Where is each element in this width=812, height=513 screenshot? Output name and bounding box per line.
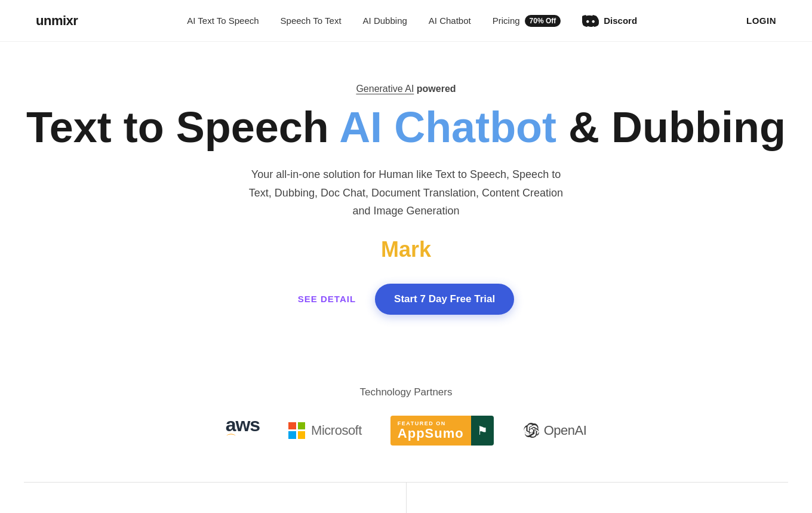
partners-section: Technology Partners aws ⌒ Microsoft FEAT… [0, 386, 812, 482]
hero-actions: SEE DETAIL Start 7 Day Free Trial [298, 284, 514, 315]
title-part2: & Dubbing [556, 103, 786, 151]
see-detail-button[interactable]: SEE DETAIL [298, 294, 356, 304]
login-button[interactable]: LOGIN [746, 16, 776, 26]
trial-button[interactable]: Start 7 Day Free Trial [375, 284, 514, 315]
nav-dubbing[interactable]: AI Dubbing [363, 16, 407, 26]
generative-text: Generative AI [356, 84, 414, 94]
hero-section: Generative AI powered Text to Speech AI … [0, 42, 812, 386]
main-nav: AI Text To Speech Speech To Text AI Dubb… [187, 15, 637, 27]
title-part1: Text to Speech [26, 103, 339, 151]
openai-text: OpenAI [544, 423, 587, 438]
appsumo-name: AppSumo [398, 426, 464, 441]
microsoft-grid-icon [288, 422, 305, 439]
generative-label: Generative AI powered [356, 84, 456, 94]
hero-name: Mark [381, 237, 431, 262]
stats-section: +50,000 👥 Active Users +500,000 ♪ Audio … [24, 482, 788, 513]
hero-subtitle: Your all-in-one solution for Human like … [239, 165, 573, 220]
appsumo-flag-icon: ⚑ [471, 416, 494, 446]
brand-name: unmixr [36, 13, 78, 28]
partners-logos: aws ⌒ Microsoft FEATURED ON AppSumo ⚑ [226, 415, 587, 446]
aws-arrow-icon: ⌒ [226, 432, 236, 446]
partners-title: Technology Partners [360, 386, 453, 398]
microsoft-text: Microsoft [311, 423, 362, 438]
pricing-label: Pricing [493, 16, 520, 26]
powered-text: powered [417, 84, 456, 94]
nav-chatbot[interactable]: AI Chatbot [429, 16, 471, 26]
stat-users: +50,000 👥 Active Users [24, 483, 406, 513]
aws-logo: aws ⌒ [226, 415, 260, 446]
discord-label: Discord [604, 16, 637, 26]
stat-audio: +500,000 ♪ Audio Generated [407, 483, 789, 513]
title-highlight: AI Chatbot [339, 103, 556, 151]
nav-pricing[interactable]: Pricing 70% Off [493, 15, 561, 27]
nav-discord[interactable]: Discord [582, 15, 637, 27]
hero-title: Text to Speech AI Chatbot & Dubbing [26, 104, 786, 151]
pricing-badge: 70% Off [525, 15, 561, 27]
openai-icon [522, 422, 539, 439]
microsoft-logo: Microsoft [288, 422, 362, 439]
openai-logo: OpenAI [522, 422, 587, 439]
nav-ai-tts[interactable]: AI Text To Speech [187, 16, 259, 26]
nav-stt[interactable]: Speech To Text [281, 16, 342, 26]
discord-icon [582, 15, 599, 27]
appsumo-logo: FEATURED ON AppSumo ⚑ [390, 416, 494, 446]
header: unmixr AI Text To Speech Speech To Text … [0, 0, 812, 42]
brand-logo[interactable]: unmixr [36, 13, 78, 29]
